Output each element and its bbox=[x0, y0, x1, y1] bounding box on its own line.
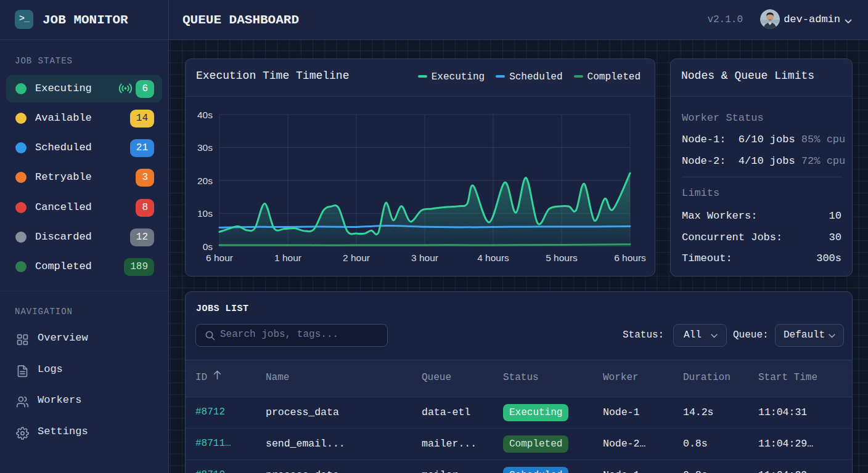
svg-text:5 hours: 5 hours bbox=[546, 253, 578, 263]
svg-text:20s: 20s bbox=[197, 176, 213, 186]
svg-text:10s: 10s bbox=[197, 208, 213, 219]
svg-text:1 hour: 1 hour bbox=[274, 253, 301, 263]
svg-text:3 hour: 3 hour bbox=[411, 253, 438, 263]
svg-text:0s: 0s bbox=[203, 241, 213, 252]
svg-text:2 hour: 2 hour bbox=[343, 253, 370, 263]
svg-text:40s: 40s bbox=[197, 110, 213, 120]
svg-text:30s: 30s bbox=[197, 142, 213, 153]
svg-text:6 hour: 6 hour bbox=[206, 253, 233, 263]
svg-text:6 hours: 6 hours bbox=[614, 253, 646, 263]
svg-text:4 hours: 4 hours bbox=[477, 253, 509, 263]
